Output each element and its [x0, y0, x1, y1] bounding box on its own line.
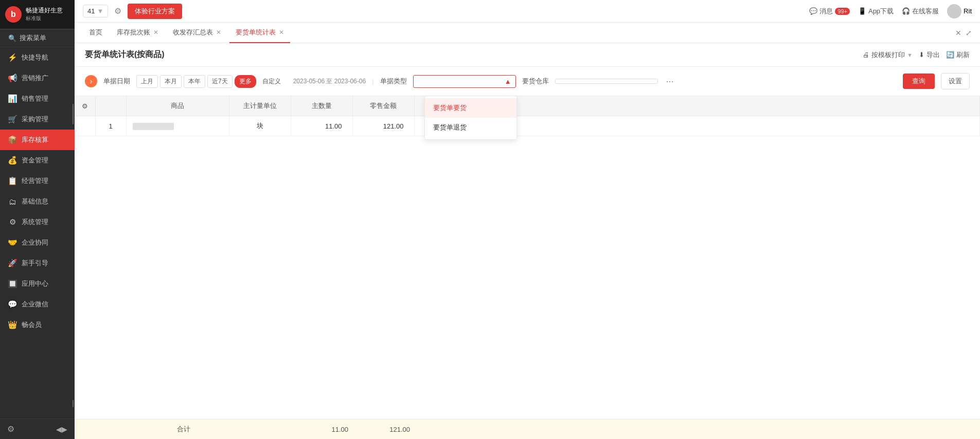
date-btn-last-month[interactable]: 上月	[136, 75, 158, 88]
date-btn-more[interactable]: 更多	[235, 75, 256, 88]
tab-batch[interactable]: 库存批次账 ✕	[111, 23, 165, 43]
search-icon: 🔍	[8, 34, 16, 42]
filter-more-icon[interactable]: ···	[666, 76, 674, 87]
sidebar-item-wechat[interactable]: 💬 企业微信	[0, 294, 75, 315]
filter-bar: › 单据日期 上月 本月 本年 近7天 更多 自定义 2023-05-06 至 …	[75, 67, 980, 96]
sidebar-collapse-icon[interactable]: ◀▶	[56, 425, 67, 433]
query-btn[interactable]: 查询	[903, 74, 935, 89]
messages-btn[interactable]: 💬 消息 99+	[809, 7, 850, 16]
tab-collect[interactable]: 收发存汇总表 ✕	[167, 23, 227, 43]
th-unit: 主计量单位	[229, 96, 291, 116]
tab-home-label: 首页	[89, 28, 102, 37]
dropdown-item-order-return[interactable]: 要货单退货	[425, 118, 516, 137]
online-service-btn[interactable]: 🎧 在线客服	[902, 7, 939, 16]
search-label: 搜索菜单	[20, 33, 46, 43]
sidebar-item-marketing[interactable]: 📢 营销推广	[0, 68, 75, 88]
warehouse-selector[interactable]	[555, 79, 658, 84]
chevron-up-icon: ▲	[505, 78, 511, 85]
filter-section: › 单据日期 上月 本月 本年 近7天 更多 自定义 2023-05-06 至 …	[75, 67, 980, 96]
marketing-icon: 📢	[7, 73, 17, 83]
sidebar-item-label: 企业协同	[22, 238, 48, 247]
topbar-gear-icon[interactable]: ⚙	[114, 6, 121, 16]
sidebar-search[interactable]: 🔍 搜索菜单	[0, 29, 75, 47]
enterprise-icon: 🤝	[7, 237, 17, 248]
tab-expand-icon[interactable]: ⤢	[966, 29, 972, 37]
wechat-icon: 💬	[7, 299, 17, 309]
tab-order-stats[interactable]: 要货单统计表 ✕	[229, 23, 290, 43]
sidebar-item-label: 基础信息	[22, 197, 48, 206]
date-btn-7days[interactable]: 近7天	[207, 75, 233, 88]
page-title: 要货单统计表(按商品)	[85, 49, 165, 66]
sidebar-item-label: 经营管理	[22, 176, 48, 186]
tabs-end-actions: ✕ ⤢	[955, 29, 972, 37]
date-btn-this-month[interactable]: 本月	[160, 75, 182, 88]
sidebar-item-inventory[interactable]: 📦 库存核算	[0, 130, 75, 150]
tab-order-stats-label: 要货单统计表	[236, 28, 276, 37]
sidebar-item-enterprise[interactable]: 🤝 企业协同	[0, 232, 75, 253]
date-btn-custom[interactable]: 自定义	[258, 76, 285, 87]
footer-quantity: 11.00	[297, 426, 359, 433]
refresh-btn[interactable]: 🔄 刷新	[946, 50, 970, 60]
system-icon: ⚙	[7, 217, 17, 227]
company-selector[interactable]: 41 ▼	[83, 5, 108, 17]
operations-icon: 📋	[7, 176, 17, 186]
dropdown-item-order-goods[interactable]: 要货单要货	[425, 98, 516, 118]
date-range-display: 2023-05-06 至 2023-06-06	[293, 77, 366, 86]
sidebar-item-member[interactable]: 👑 畅会员	[0, 315, 75, 335]
tab-close-all-icon[interactable]: ✕	[955, 29, 961, 37]
app-download-btn[interactable]: 📱 App下载	[858, 7, 894, 16]
sidebar-item-apps[interactable]: 🔲 应用中心	[0, 273, 75, 294]
tab-bar: 首页 库存批次账 ✕ 收发存汇总表 ✕ 要货单统计表 ✕ ✕ ⤢	[75, 23, 980, 43]
sidebar-item-label: 应用中心	[22, 279, 48, 288]
industry-btn[interactable]: 体验行业方案	[128, 4, 182, 19]
sidebar-item-label: 营销推广	[22, 74, 48, 83]
export-btn[interactable]: ⬇ 导出	[919, 50, 940, 60]
sidebar-item-purchase[interactable]: 🛒 采购管理	[0, 109, 75, 130]
dropdown-item-label: 要货单要货	[433, 104, 467, 112]
guide-icon: 🚀	[7, 258, 17, 268]
td-unit: 块	[229, 116, 291, 136]
th-index	[95, 96, 126, 116]
main-content: 41 ▼ ⚙ 体验行业方案 💬 消息 99+ 📱 App下载 🎧 在线客服	[75, 0, 980, 439]
apps-icon: 🔲	[7, 279, 17, 289]
company-value: 41	[87, 7, 95, 15]
sidebar-item-shortcut[interactable]: ⚡ 快捷导航	[0, 47, 75, 68]
sidebar-item-sales[interactable]: 📊 销售管理	[0, 88, 75, 109]
date-buttons: 上月 本月 本年 近7天 更多 自定义	[136, 75, 285, 88]
date-btn-this-year[interactable]: 本年	[184, 75, 205, 88]
td-amount: 121.00	[352, 116, 414, 136]
sidebar-item-finance[interactable]: 💰 资金管理	[0, 150, 75, 171]
topbar-right: 💬 消息 99+ 📱 App下载 🎧 在线客服 Rit	[809, 4, 972, 19]
export-label: 导出	[926, 50, 940, 60]
type-selector[interactable]: ▲	[413, 75, 516, 88]
td-product	[126, 116, 229, 136]
sidebar-item-operations[interactable]: 📋 经营管理	[0, 171, 75, 191]
th-gear[interactable]: ⚙	[75, 96, 95, 116]
sidebar-logo: b 畅捷通好生意 标准版	[0, 0, 75, 29]
page-actions: 🖨 按模板打印 ▼ ⬇ 导出 🔄 刷新	[863, 50, 970, 66]
tab-order-stats-close[interactable]: ✕	[279, 29, 284, 36]
settings-btn[interactable]: 设置	[941, 73, 970, 89]
tab-batch-close[interactable]: ✕	[153, 29, 158, 36]
app-title: 畅捷通好生意	[26, 7, 63, 15]
sidebar-item-basic[interactable]: 🗂 基础信息	[0, 191, 75, 212]
dropdown-item-label: 要货单退货	[433, 123, 467, 131]
tab-home[interactable]: 首页	[83, 23, 109, 43]
print-btn[interactable]: 🖨 按模板打印 ▼	[863, 50, 913, 60]
user-name: Rit	[964, 7, 972, 15]
tab-collect-close[interactable]: ✕	[216, 29, 221, 36]
gear-icon: ⚙	[82, 102, 88, 110]
table-footer: 合计 11.00 121.00	[75, 419, 980, 439]
type-label: 单据类型	[380, 77, 407, 86]
table-container: ⚙ 商品 主计量单位 主数量 零售金额 1 块	[75, 96, 980, 419]
printer-icon: 🖨	[863, 51, 869, 59]
online-service-label: 在线客服	[912, 7, 939, 16]
sidebar-item-guide[interactable]: 🚀 新手引导	[0, 253, 75, 273]
sidebar-item-system[interactable]: ⚙ 系统管理	[0, 212, 75, 232]
sidebar-item-label: 畅会员	[22, 320, 42, 330]
app-download-label: App下载	[868, 7, 894, 16]
user-profile-btn[interactable]: Rit	[947, 4, 972, 19]
filter-expand-btn[interactable]: ›	[85, 75, 97, 87]
sidebar-settings-icon[interactable]: ⚙	[7, 424, 14, 434]
phone-icon: 📱	[858, 7, 866, 15]
